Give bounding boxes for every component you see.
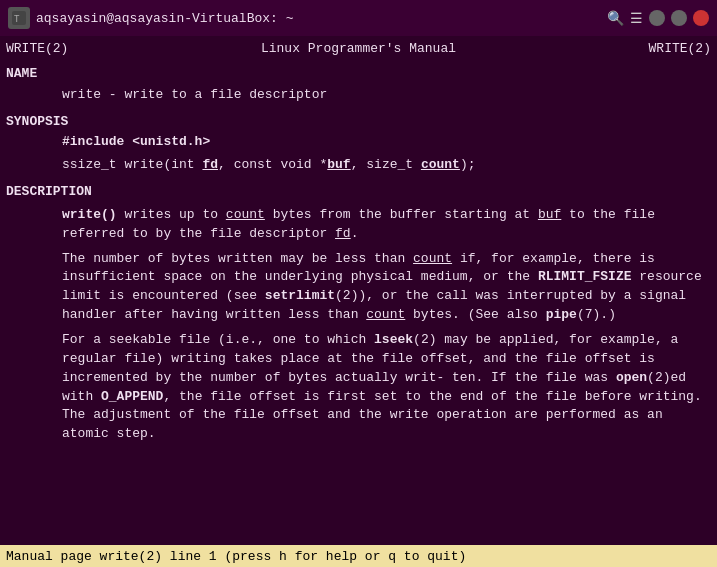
synopsis-proto: ssize_t write(int fd, const void *buf, s… bbox=[6, 156, 711, 175]
minimize-button[interactable] bbox=[649, 10, 665, 26]
proto-fd: fd bbox=[202, 157, 218, 172]
description-para1: write() writes up to count bytes from th… bbox=[6, 206, 711, 244]
oappend-ref: O_APPEND bbox=[101, 389, 163, 404]
statusbar: Manual page write(2) line 1 (press h for… bbox=[0, 545, 717, 567]
section-name-title: NAME bbox=[6, 65, 711, 84]
count-ref2: count bbox=[413, 251, 452, 266]
titlebar: T aqsayasin@aqsayasin-VirtualBox: ~ 🔍 ☰ bbox=[0, 0, 717, 36]
maximize-button[interactable] bbox=[671, 10, 687, 26]
proto-prefix: ssize_t write(int bbox=[62, 157, 202, 172]
para1-a: writes up to bbox=[124, 207, 225, 222]
statusbar-text: Manual page write(2) line 1 (press h for… bbox=[6, 549, 466, 564]
fd-ref1: fd bbox=[335, 226, 351, 241]
window-title: aqsayasin@aqsayasin-VirtualBox: ~ bbox=[36, 11, 293, 26]
terminal-content: WRITE(2) Linux Programmer's Manual WRITE… bbox=[0, 36, 717, 545]
open-ref: open bbox=[616, 370, 647, 385]
section-description-title: DESCRIPTION bbox=[6, 183, 711, 202]
proto-buf: buf bbox=[327, 157, 350, 172]
proto-mid2: , size_t bbox=[351, 157, 421, 172]
description-para2: The number of bytes written may be less … bbox=[6, 250, 711, 325]
write-func: write() bbox=[62, 207, 117, 222]
man-page-header: WRITE(2) Linux Programmer's Manual WRITE… bbox=[6, 40, 711, 59]
proto-end: ); bbox=[460, 157, 476, 172]
rlimit-ref: RLIMIT_FSIZE bbox=[538, 269, 632, 284]
titlebar-controls: 🔍 ☰ bbox=[607, 10, 709, 27]
para2-f: (7).) bbox=[577, 307, 616, 322]
synopsis-include: #include <unistd.h> bbox=[6, 133, 711, 152]
search-icon[interactable]: 🔍 bbox=[607, 10, 624, 27]
menu-icon[interactable]: ☰ bbox=[630, 10, 643, 27]
man-header-right: WRITE(2) bbox=[649, 40, 711, 59]
close-button[interactable] bbox=[693, 10, 709, 26]
setrlimit-ref: setrlimit bbox=[265, 288, 335, 303]
proto-count: count bbox=[421, 157, 460, 172]
include-text: #include <unistd.h> bbox=[62, 134, 210, 149]
proto-mid: , const void * bbox=[218, 157, 327, 172]
buf-ref1: buf bbox=[538, 207, 561, 222]
man-header-left: WRITE(2) bbox=[6, 40, 68, 59]
para3-a: For a seekable file (i.e., one to which bbox=[62, 332, 374, 347]
lseek-ref: lseek bbox=[374, 332, 413, 347]
titlebar-left: T aqsayasin@aqsayasin-VirtualBox: ~ bbox=[8, 7, 293, 29]
svg-text:T: T bbox=[14, 14, 20, 24]
section-name-body: write - write to a file descriptor bbox=[6, 86, 711, 105]
terminal-icon: T bbox=[8, 7, 30, 29]
para2-a: The number of bytes written may be less … bbox=[62, 251, 413, 266]
pipe-ref: pipe bbox=[546, 307, 577, 322]
section-synopsis-title: SYNOPSIS bbox=[6, 113, 711, 132]
para1-b: bytes from the buffer starting at bbox=[265, 207, 538, 222]
man-header-center: Linux Programmer's Manual bbox=[261, 40, 456, 59]
para1-d: . bbox=[351, 226, 359, 241]
description-para3: For a seekable file (i.e., one to which … bbox=[6, 331, 711, 444]
count-ref1: count bbox=[226, 207, 265, 222]
count-ref3: count bbox=[366, 307, 405, 322]
para2-e: bytes. (See also bbox=[405, 307, 545, 322]
